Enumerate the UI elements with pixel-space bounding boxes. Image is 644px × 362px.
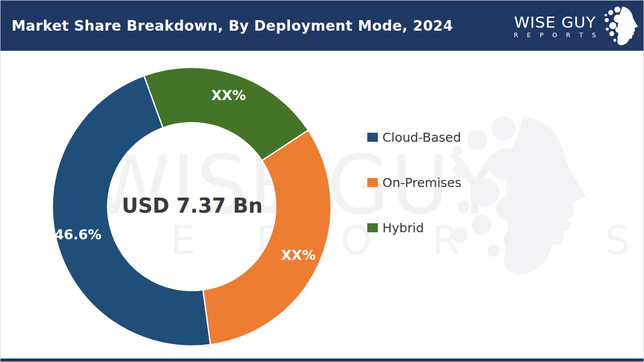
- legend-label-on-premises: On-Premises: [382, 176, 461, 189]
- legend-item-on-premises: On-Premises: [367, 175, 461, 190]
- page-title: Market Share Breakdown, By Deployment Mo…: [1, 18, 453, 34]
- legend-item-cloud-based: Cloud-Based: [367, 130, 461, 145]
- legend-swatch-cloud-based: [367, 133, 378, 142]
- header: Market Share Breakdown, By Deployment Mo…: [1, 1, 644, 51]
- donut-segment-hybrid: [144, 67, 308, 160]
- footer-accent-bar: [1, 358, 644, 361]
- legend-item-hybrid: Hybrid: [367, 220, 461, 235]
- legend: Cloud-Based On-Premises Hybrid: [367, 130, 461, 265]
- legend-swatch-on-premises: [367, 178, 378, 187]
- watermark-head-icon: [439, 110, 588, 279]
- chart-area: WISE GUY R E P O R T S 46.6%XX%XX% USD 7…: [1, 51, 644, 359]
- wise-guy-logo: WISE GUY R E P O R T S: [511, 1, 638, 51]
- logo-reports-text: R E P O R T S: [511, 32, 599, 39]
- center-value-label: USD 7.37 Bn: [122, 194, 263, 217]
- legend-label-cloud-based: Cloud-Based: [382, 131, 461, 144]
- segment-value-label-on-premises: XX%: [281, 247, 316, 263]
- logo-text: WISE GUY R E P O R T S: [511, 14, 599, 39]
- segment-value-label-hybrid: XX%: [211, 87, 246, 103]
- logo-wiseguy-text: WISE GUY: [514, 14, 596, 31]
- donut-segment-on-premises: [203, 130, 331, 345]
- legend-label-hybrid: Hybrid: [382, 222, 424, 234]
- report-page: Market Share Breakdown, By Deployment Mo…: [0, 0, 644, 362]
- segment-value-label-cloud-based: 46.6%: [54, 227, 102, 242]
- logo-head-icon: [601, 5, 638, 46]
- legend-swatch-hybrid: [367, 223, 378, 232]
